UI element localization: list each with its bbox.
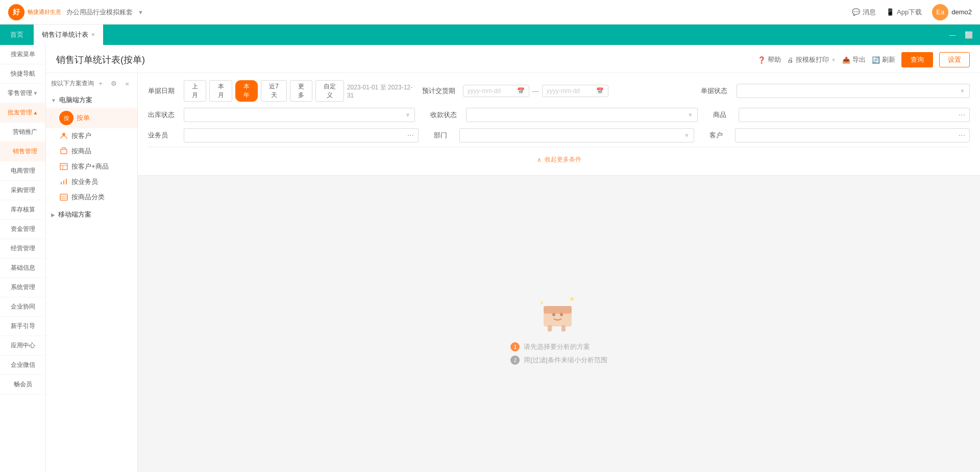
- date-btn-this-year[interactable]: 本年: [235, 80, 258, 102]
- download-icon: 📱: [886, 8, 894, 16]
- tab-bar-actions: — ⬜: [945, 28, 980, 42]
- date-btn-more[interactable]: 更多: [290, 80, 312, 102]
- scheme-group-mobile-header[interactable]: ▶ 移动端方案: [46, 207, 137, 222]
- doc-status-select[interactable]: ▼: [737, 84, 970, 98]
- svg-text:★: ★: [569, 295, 575, 302]
- message-action[interactable]: 💬 消息: [852, 8, 876, 17]
- export-btn[interactable]: 📤 导出: [842, 55, 866, 64]
- settings-btn[interactable]: 设置: [939, 52, 970, 67]
- sidebar-item-guide[interactable]: 新手引导: [0, 317, 45, 336]
- sidebar-item-member[interactable]: 畅会员: [0, 375, 45, 394]
- scheme-panel: 按以下方案查询 + ⚙ « ▼ 电脑端方案 按: [46, 73, 138, 472]
- goods-select[interactable]: ···: [739, 108, 970, 122]
- sidebar-item-system[interactable]: 系统管理: [0, 278, 45, 297]
- date-btn-last-month[interactable]: 上月: [184, 80, 206, 102]
- scheme-collapse-btn[interactable]: «: [122, 78, 132, 88]
- date-btn-this-month[interactable]: 本月: [209, 80, 232, 102]
- scheme-item-by-order[interactable]: 按 按单: [46, 108, 137, 128]
- sidebar-retail-label: 零售管理: [8, 89, 32, 98]
- scheme-settings-btn[interactable]: ⚙: [109, 78, 119, 88]
- customer-label: 客户: [709, 131, 730, 140]
- mobile-group-label: 移动端方案: [58, 210, 91, 219]
- collapse-btn[interactable]: ∧ 收起更多条件: [148, 151, 970, 168]
- svg-rect-1: [61, 149, 67, 154]
- tab-close-btn[interactable]: ×: [91, 31, 95, 38]
- salesperson-dots[interactable]: ···: [407, 131, 414, 140]
- delivery-status-select[interactable]: ▼: [184, 108, 415, 122]
- doc-status-label: 单据状态: [701, 86, 731, 96]
- sidebar-inventory-label: 库存核算: [11, 205, 35, 214]
- scheme-header-label: 按以下方案查询: [51, 79, 94, 88]
- export-icon: 📤: [842, 56, 850, 64]
- sidebar-guide-label: 新手引导: [11, 322, 35, 331]
- sidebar-item-ecommerce[interactable]: 电商管理: [0, 161, 45, 181]
- sidebar-item-marketing[interactable]: 营销推广: [0, 123, 45, 142]
- app-dropdown-arrow[interactable]: ▼: [138, 9, 143, 15]
- refresh-btn[interactable]: 🔄 刷新: [872, 55, 895, 64]
- scheme-add-btn[interactable]: +: [95, 78, 106, 88]
- sidebar-item-wholesale[interactable]: 批发管理 ▲: [0, 103, 45, 123]
- scheme-icon-customer: [59, 131, 68, 140]
- sidebar-item-inventory[interactable]: 库存核算: [0, 200, 45, 220]
- sidebar-item-operation[interactable]: 经营管理: [0, 239, 45, 258]
- department-label: 部门: [434, 131, 454, 140]
- scheme-label-goods: 按商品: [71, 147, 91, 156]
- sidebar-item-app[interactable]: 应用中心: [0, 336, 45, 356]
- department-select[interactable]: ▼: [459, 128, 694, 143]
- tip-num-1: 1: [510, 342, 520, 351]
- customer-select[interactable]: ···: [735, 128, 970, 143]
- sidebar-item-finance[interactable]: 资金管理: [0, 220, 45, 239]
- tab-active[interactable]: 销售订单统计表 ×: [34, 25, 103, 45]
- tab-home[interactable]: 首页: [0, 25, 34, 45]
- sidebar-search[interactable]: 搜索菜单: [0, 45, 45, 64]
- payment-status-select[interactable]: ▼: [466, 108, 697, 122]
- app-download-action[interactable]: 📱 App下载: [886, 8, 922, 17]
- customer-dots[interactable]: ···: [959, 131, 965, 140]
- salesperson-select[interactable]: ···: [184, 128, 419, 143]
- empty-tip-1: 1 请先选择要分析的方案: [510, 342, 607, 351]
- tab-maximize-btn[interactable]: ⬜: [962, 28, 976, 42]
- date-filter-group: 上月 本月 本年 近7天 更多 自定义 2023-01-01 至 2023-12…: [184, 80, 417, 102]
- goods-dots[interactable]: ···: [959, 110, 965, 120]
- scheme-group-pc-header[interactable]: ▼ 电脑端方案: [46, 92, 137, 108]
- print-btn[interactable]: 🖨 按模板打印 ▼: [787, 55, 836, 64]
- content-area: 销售订单统计表(按单) ❓ 帮助 🖨 按模板打印 ▼ 📤 导出 🔄 刷新: [46, 45, 980, 472]
- expected-date-start[interactable]: yyyy-mm-dd 📅: [463, 85, 529, 97]
- date-btn-custom[interactable]: 自定义: [315, 80, 344, 102]
- svg-rect-15: [548, 325, 552, 332]
- date-btn-7days[interactable]: 近7天: [261, 80, 287, 102]
- scheme-item-by-category[interactable]: 按商品分类: [46, 190, 137, 205]
- svg-rect-7: [66, 179, 67, 184]
- svg-rect-16: [561, 325, 566, 332]
- scheme-item-by-goods[interactable]: 按商品: [46, 144, 137, 159]
- message-icon: 💬: [852, 8, 860, 16]
- pc-group-label: 电脑端方案: [59, 96, 92, 105]
- tab-minimize-btn[interactable]: —: [945, 28, 960, 42]
- logo-icon: 好: [8, 4, 24, 20]
- app-title: 办公用品行业模拟账套: [66, 8, 133, 17]
- sidebar-item-corp[interactable]: 企业协同: [0, 297, 45, 317]
- message-label: 消息: [863, 8, 876, 17]
- sidebar: 搜索菜单 快捷导航 零售管理 ▼ 批发管理 ▲ 营销推广 销售管理 电商管理 采…: [0, 45, 46, 472]
- user-area[interactable]: Ea demo2: [932, 4, 972, 20]
- help-btn[interactable]: ❓ 帮助: [757, 55, 781, 64]
- tip-text-1: 请先选择要分析的方案: [524, 342, 590, 351]
- sidebar-item-retail[interactable]: 零售管理 ▼: [0, 84, 45, 103]
- print-icon: 🖨: [787, 56, 794, 64]
- scheme-icon-salesperson: [59, 177, 68, 186]
- sidebar-item-quick-nav[interactable]: 快捷导航: [0, 64, 45, 84]
- collapse-label: 收起更多条件: [545, 155, 581, 164]
- expected-date-end[interactable]: yyyy-mm-dd 📅: [542, 85, 608, 97]
- sidebar-item-basic[interactable]: 基础信息: [0, 258, 45, 278]
- refresh-label: 刷新: [882, 55, 895, 64]
- department-arrow: ▼: [684, 132, 690, 138]
- scheme-item-by-customer[interactable]: 按客户: [46, 128, 137, 144]
- svg-point-14: [560, 313, 563, 316]
- sidebar-item-purchase[interactable]: 采购管理: [0, 181, 45, 200]
- scheme-item-by-salesperson[interactable]: 按业务员: [46, 174, 137, 190]
- sidebar-item-sales[interactable]: 销售管理: [0, 142, 45, 161]
- scheme-item-by-customer-goods[interactable]: 按客户+商品: [46, 159, 137, 174]
- sidebar-item-wechat[interactable]: 企业微信: [0, 356, 45, 375]
- query-btn[interactable]: 查询: [901, 52, 933, 67]
- scheme-header-actions: + ⚙ «: [95, 78, 132, 88]
